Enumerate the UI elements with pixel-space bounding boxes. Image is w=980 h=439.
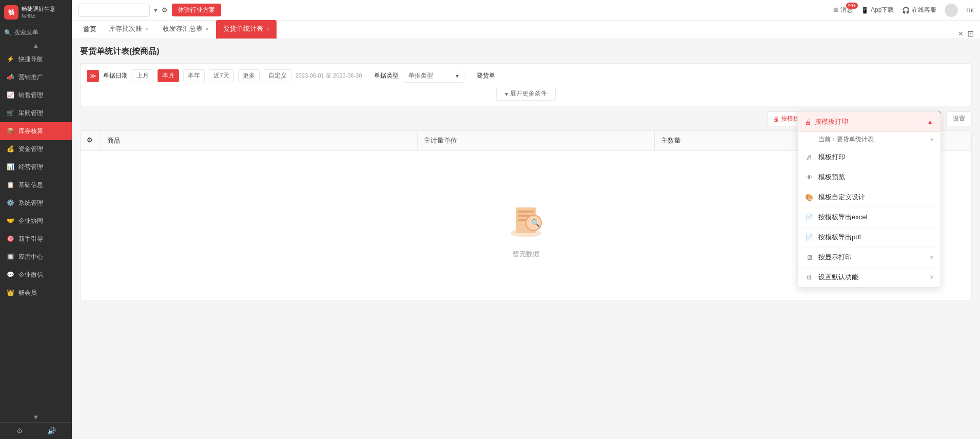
th-settings[interactable]: ⚙ [81,131,101,150]
sidebar-item-label: 企业微信 [18,271,43,279]
tab-batch[interactable]: 库存批次账 × [102,20,155,39]
expand-more-label: 展开更多条件 [510,89,547,98]
topbar-search-input[interactable] [78,4,150,17]
tab-close-all-btn[interactable]: × [958,29,963,39]
tab-batch-close[interactable]: × [145,26,148,32]
sidebar-item-finance[interactable]: 💰 资金管理 [0,140,72,158]
yh-filter-label: 要货单 [477,71,495,80]
filter-expand-btn[interactable]: ≫ [87,70,99,82]
date-btn-last-month[interactable]: 上月 [132,69,153,82]
system-icon: ⚙️ [6,199,14,207]
tabs-right-actions: × ⊡ [958,29,974,39]
inventory-icon: 📦 [6,127,14,136]
template-excel-icon: 📄 [805,214,813,221]
template-print-item[interactable]: 🖨 模板打印 [798,147,940,167]
print-dropdown-title: 🖨 按模板打印 [805,117,848,126]
sidebar-item-label: 营销推广 [18,73,43,82]
svg-rect-3 [518,215,530,217]
message-icon: ✉ [833,7,838,14]
date-btn-more[interactable]: 更多 [238,69,260,82]
quick-nav-icon: ⚡ [6,55,14,64]
sidebar-item-sales[interactable]: 📈 销售管理 [0,86,72,104]
topbar: ▾ ⚙ 体验行业方案 ✉ 消息 99+ 📱 App下载 🎧 在线客服 Rit [72,0,980,21]
app-download-icon: 📱 [861,7,869,14]
svg-rect-2 [518,211,534,213]
tab-order-stat[interactable]: 要货单统计表 × [216,20,277,39]
print-dropdown-chevron-up[interactable]: ▲ [927,118,933,126]
app-download-button[interactable]: 📱 App下载 [861,6,894,14]
audio-footer-icon[interactable]: 🔊 [47,427,56,435]
tab-collection[interactable]: 收发存汇总表 × [155,20,216,39]
svg-text:🔍: 🔍 [531,219,540,227]
print-dropdown: 🖨 按模板打印 ▲ 当前：要货单统计表 ▾ 🖨 模板打印 👁 [797,111,941,288]
tab-expand-btn[interactable]: ⊡ [967,29,974,39]
template-pdf-label: 按模板导出pdf [818,233,861,242]
page-title: 要货单统计表(按商品) [80,46,972,57]
sidebar-item-label: 企业协同 [18,217,43,225]
current-template-row[interactable]: 当前：要货单统计表 ▾ [798,132,940,147]
sidebar-item-label: 库存核算 [18,127,43,136]
template-pdf-item[interactable]: 📄 按模板导出pdf [798,227,940,247]
tab-home[interactable]: 首页 [78,20,102,39]
sidebar: 畅 畅捷通好生意 标准版 🔍 搜索菜单 ▲ ⚡ 快捷导航 📣 营销推广 📈 销售… [0,0,72,439]
date-btn-this-year[interactable]: 本年 [183,69,205,82]
sidebar-scroll-up[interactable]: ▲ [0,40,72,50]
sidebar-item-basic[interactable]: 📋 基础信息 [0,176,72,194]
default-fn-label: 设置默认功能 [818,273,858,282]
sidebar-item-wechat[interactable]: 💬 企业微信 [0,266,72,284]
date-btn-7days[interactable]: 近7天 [209,69,234,82]
sidebar-item-purchase[interactable]: 🛒 采购管理 [0,104,72,122]
sidebar-item-system[interactable]: ⚙️ 系统管理 [0,194,72,212]
th-quantity: 主数量 [655,131,813,150]
topbar-gear-icon[interactable]: ⚙ [162,6,168,14]
tab-collection-label: 收发存汇总表 [163,24,203,33]
date-btn-this-month[interactable]: 本月 [158,69,179,82]
template-preview-item[interactable]: 👁 模板预览 [798,167,940,187]
sidebar-item-app-center[interactable]: 🔲 应用中心 [0,248,72,266]
online-service-button[interactable]: 🎧 在线客服 [902,6,936,14]
sidebar-item-enterprise[interactable]: 🤝 企业协同 [0,212,72,230]
template-custom-item[interactable]: 🎨 模板自定义设计 [798,187,940,207]
filter-row: ≫ 单据日期 上月 本月 本年 近7天 更多 自定义 2023-06-01 至 … [87,69,965,83]
date-range-display: 2023-06-01 至 2023-06-30 [296,72,362,80]
tab-batch-label: 库存批次账 [109,24,142,33]
default-fn-item[interactable]: ⚙ 设置默认功能 ▾ [798,268,940,287]
topbar-right: ✉ 消息 99+ 📱 App下载 🎧 在线客服 Rit [833,4,974,17]
enterprise-icon: 🤝 [6,217,14,225]
template-preview-icon: 👁 [805,174,813,181]
expand-more-btn[interactable]: ▾ 展开更多条件 [496,87,556,101]
settings-footer-icon[interactable]: ⚙ [16,427,23,435]
type-select[interactable]: 单据类型 ▾ [403,69,464,83]
sidebar-item-operations[interactable]: 📊 经营管理 [0,158,72,176]
sidebar-item-label: 采购管理 [18,109,43,118]
display-print-item[interactable]: 🖥 按显示打印 ▾ [798,247,940,268]
date-btn-custom[interactable]: 自定义 [264,69,291,82]
empty-text: 暂无数据 [513,250,539,259]
trial-button[interactable]: 体验行业方案 [172,4,221,16]
print-dropdown-header: 🖨 按模板打印 ▲ [798,112,940,132]
user-avatar[interactable] [945,4,958,17]
tab-collection-close[interactable]: × [206,26,209,32]
tabs-bar: 首页 库存批次账 × 收发存汇总表 × 要货单统计表 × × ⊡ [72,21,980,39]
sidebar-scroll-down[interactable]: ▼ [0,412,72,422]
marketing-icon: 📣 [6,73,14,82]
message-button[interactable]: ✉ 消息 99+ [833,6,853,14]
action-bar: 🖨 按模板打印 ▲ ↑ 导出 ↺ 刷新 ··· 查询 设置 [80,111,972,126]
settings-btn[interactable]: 设置 [946,111,972,126]
template-excel-item[interactable]: 📄 按模板导出excel [798,207,940,227]
sidebar-search-item[interactable]: 🔍 搜索菜单 [0,25,72,40]
sidebar-item-inventory[interactable]: 📦 库存核算 [0,122,72,140]
topbar-dropdown-icon[interactable]: ▾ [154,6,158,14]
tab-order-stat-close[interactable]: × [266,26,269,32]
printer-icon: 🖨 [773,116,779,123]
sidebar-item-member[interactable]: 👑 畅会员 [0,284,72,302]
sidebar-item-guide[interactable]: 🎯 新手引导 [0,230,72,248]
display-print-label: 按显示打印 [818,253,852,262]
sidebar-item-marketing[interactable]: 📣 营销推广 [0,68,72,86]
app-name: 畅捷通好生意 [22,5,55,12]
default-fn-arrow: ▾ [930,274,933,281]
current-template-arrow: ▾ [930,136,933,143]
sidebar-item-quick-nav[interactable]: ⚡ 快捷导航 [0,50,72,68]
purchase-icon: 🛒 [6,109,14,118]
display-print-icon: 🖥 [805,254,813,261]
